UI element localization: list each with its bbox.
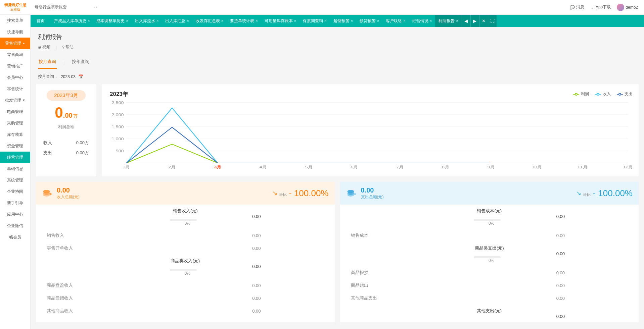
tab-8[interactable]: 超储预警× [330,15,356,27]
account-select[interactable]: 母婴行业演示账套 ﹀ [31,4,98,10]
tab-scroll-left[interactable]: ◀ [462,15,470,27]
panel-row: 其他支出(元)0.00 [340,305,639,322]
sidebar-item-1[interactable]: 快捷导航 [0,26,30,38]
tab-3[interactable]: 出入库汇总× [162,15,192,27]
logo[interactable]: 畅捷通好生意 标准版 [0,0,31,15]
user-menu[interactable]: demo2 [617,4,638,11]
close-icon[interactable]: × [456,19,458,23]
row-label: 其他商品支出 [351,295,377,301]
tab-1[interactable]: 成本调整单历史× [93,15,131,27]
account-name: 母婴行业演示账套 [35,5,67,9]
close-icon[interactable]: × [294,19,296,23]
tab-4[interactable]: 收发存汇总表× [192,15,227,27]
tab-9[interactable]: 缺货预警× [356,15,382,27]
tab-5[interactable]: 要货单统计表× [227,15,261,27]
row-pct: 0% [180,221,190,226]
close-icon[interactable]: × [187,19,189,23]
close-icon[interactable]: × [351,19,353,23]
messages-link[interactable]: 💬 消息 [570,4,584,10]
tab-home[interactable]: 首页 [31,15,51,27]
query-date[interactable]: 2023-03 [61,74,76,79]
qtab-year[interactable]: 按年查询 [71,55,90,69]
tab-scroll-right[interactable]: ▶ [470,15,479,27]
query-row: 按月查询： 2023-03 📅 [31,69,644,84]
tab-0[interactable]: 产成品入库单历史× [51,15,93,27]
close-icon[interactable]: × [256,19,258,23]
tab-12[interactable]: 利润报告× [435,15,461,27]
tab-label: 收发存汇总表 [196,18,220,24]
legend-item[interactable]: 利润 [573,91,589,97]
sidebar-item-5[interactable]: 会员中心 [0,72,30,83]
sidebar-item-10[interactable]: 库存核算 [0,129,30,140]
tab-label: 可用量库存账本 [265,18,293,24]
sidebar-item-16[interactable]: 新手引导 [0,197,30,209]
sidebar-item-3[interactable]: 零售商城 [0,49,30,60]
tab-label: 缺货预警 [360,18,376,24]
panel-row: 商品受赠收入0.00 [36,292,335,305]
svg-text:4月: 4月 [260,165,267,169]
tab-7[interactable]: 保质期查询× [300,15,330,27]
row-value: 0.00 [252,214,261,219]
legend-label: 利润 [581,91,589,97]
legend-item[interactable]: 支出 [617,91,633,97]
sidebar-item-12[interactable]: 经营管理 [0,152,30,163]
help-video-link[interactable]: ◉ 视频 [38,44,50,50]
close-icon[interactable]: × [430,19,432,23]
sidebar-item-2[interactable]: 零售管理▲ [0,38,30,49]
tab-11[interactable]: 经营情况× [409,15,435,27]
close-icon[interactable]: × [126,19,128,23]
sidebar-item-11[interactable]: 资金管理 [0,140,30,152]
close-icon[interactable]: × [156,19,158,23]
sidebar-item-4[interactable]: 营销推广 [0,60,30,72]
row-label: 销售收入(元) [173,208,198,214]
sidebar: 搜索菜单快捷导航零售管理▲零售商城营销推广会员中心零售统计批发管理▼电商管理采购… [0,15,31,329]
income-icon [42,188,53,199]
expense-panel: 0.00 支出总额(元) ↘ 环比 - 100.00% 销售成本(元)0.000… [340,182,639,322]
page-title: 利润报告 [38,33,637,41]
sidebar-item-0[interactable]: 搜索菜单 [0,15,30,26]
sidebar-item-9[interactable]: 采购管理 [0,117,30,129]
sidebar-item-13[interactable]: 基础信息 [0,163,30,174]
close-icon[interactable]: × [377,19,379,23]
income-panel-head: 0.00 收入总额(元) ↘ 环比 - 100.00% [36,182,335,205]
row-value: 0.00 [252,296,261,301]
tab-home-label: 首页 [37,18,45,24]
app-download-link[interactable]: ⭳ App下载 [590,4,611,10]
tab-2[interactable]: 出入库流水× [132,15,162,27]
tab-label: 经营情况 [412,18,428,24]
tab-close-all[interactable]: ✕ [479,15,488,27]
close-icon[interactable]: × [221,19,223,23]
svg-point-30 [347,193,354,197]
tab-10[interactable]: 客户联络× [382,15,409,27]
row-value: 0.00 [556,251,565,256]
close-icon[interactable]: × [88,19,90,23]
chart-body: 5001,0001,5002,0002,5001月2月3月4月5月6月7月8月9… [108,100,633,170]
row-label: 商品类收入(元) [171,258,200,264]
sidebar-item-18[interactable]: 企业微信 [0,220,30,231]
calendar-icon[interactable]: 📅 [78,74,83,79]
content: 利润报告 ◉ 视频 | ? 帮助 按月查询 | 按年查询 按月查询： 2023-… [31,27,644,329]
header-right: 💬 消息 ⭳ App下载 demo2 [570,4,644,11]
close-icon[interactable]: × [403,19,405,23]
row-value: 0.00 [556,283,565,288]
sidebar-item-8[interactable]: 电商管理 [0,106,30,117]
help-link[interactable]: ? 帮助 [62,44,74,50]
tab-fullscreen[interactable]: ⛶ [488,15,497,27]
sidebar-item-15[interactable]: 企业协同 [0,186,30,197]
sidebar-item-17[interactable]: 应用中心 [0,209,30,220]
close-icon[interactable]: × [324,19,326,23]
user-name: demo2 [626,5,638,10]
profit-label: 利润总额 [42,124,90,130]
expense-icon [346,188,357,199]
tab-6[interactable]: 可用量库存账本× [261,15,300,27]
summary-expense: 支出 0.00万 [42,148,90,158]
sidebar-item-14[interactable]: 系统管理 [0,174,30,186]
svg-text:10月: 10月 [532,165,542,169]
sidebar-item-7[interactable]: 批发管理▼ [0,95,30,106]
row-value: 0.00 [556,314,565,319]
legend-item[interactable]: 收入 [595,91,611,97]
qtab-month[interactable]: 按月查询 [38,55,57,69]
row-label: 销售成本(元) [477,208,502,214]
sidebar-item-6[interactable]: 零售统计 [0,83,30,95]
sidebar-item-19[interactable]: 畅会员 [0,231,30,243]
